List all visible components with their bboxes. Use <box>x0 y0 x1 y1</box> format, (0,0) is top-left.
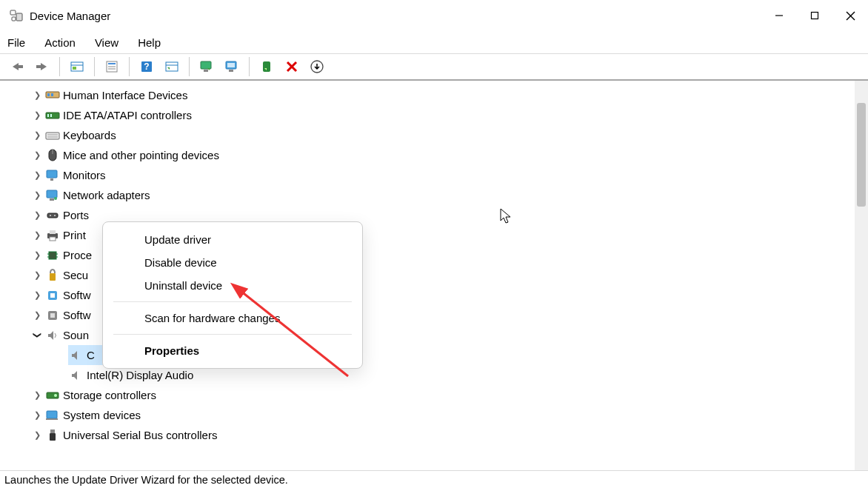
chevron-right-icon[interactable]: ❯ <box>30 85 44 105</box>
chevron-right-icon[interactable]: ❯ <box>30 105 44 125</box>
svg-rect-41 <box>50 178 53 181</box>
context-menu: Update driver Disable device Uninstall d… <box>102 221 363 369</box>
chevron-right-icon[interactable]: ❯ <box>30 305 44 325</box>
ctx-divider <box>113 334 352 335</box>
tree-label: Ports <box>63 205 89 225</box>
svg-rect-20 <box>201 61 211 69</box>
chevron-right-icon[interactable]: ❯ <box>30 225 44 245</box>
chevron-right-icon[interactable]: ❯ <box>30 205 44 225</box>
chevron-down-icon[interactable]: ❯ <box>27 328 47 343</box>
forward-button[interactable] <box>31 57 53 76</box>
scrollbar-thumb[interactable] <box>857 103 866 207</box>
maximize-button[interactable] <box>797 0 832 31</box>
close-button[interactable] <box>832 0 868 31</box>
svg-rect-11 <box>73 67 76 70</box>
status-bar: Launches the Update Driver Wizard for th… <box>0 470 868 488</box>
vertical-scrollbar[interactable] <box>855 81 868 470</box>
chevron-right-icon[interactable]: ❯ <box>30 425 44 445</box>
menu-view[interactable]: View <box>95 36 118 49</box>
chevron-right-icon[interactable]: ❯ <box>30 245 44 265</box>
menu-help[interactable]: Help <box>138 36 161 49</box>
chevron-right-icon[interactable]: ❯ <box>30 285 44 305</box>
svg-rect-66 <box>50 433 56 441</box>
storage-icon <box>44 390 61 401</box>
software-icon <box>44 290 61 301</box>
svg-point-46 <box>50 215 51 216</box>
tree-node-ide[interactable]: ❯ IDE ATA/ATAPI controllers <box>30 105 855 125</box>
tree-node-mice[interactable]: ❯ Mice and other pointing devices <box>30 145 855 165</box>
svg-rect-35 <box>46 133 59 139</box>
tree-node-hid[interactable]: ❯ Human Interface Devices <box>30 85 855 105</box>
menu-bar: File Action View Help <box>0 31 868 53</box>
tree-node-network[interactable]: ❯ Network adapters <box>30 185 855 205</box>
tree-label: Keyboards <box>63 125 116 145</box>
uninstall-device-button[interactable] <box>281 57 303 76</box>
tree-label: Print <box>63 225 86 245</box>
cpu-icon <box>44 250 61 261</box>
tree-label: C <box>87 345 95 365</box>
chevron-right-icon[interactable]: ❯ <box>30 265 44 285</box>
ctx-properties[interactable]: Properties <box>103 339 362 362</box>
tree-node-storage[interactable]: ❯ Storage controllers <box>30 385 855 405</box>
svg-rect-2 <box>12 17 16 21</box>
ctx-divider <box>113 301 352 302</box>
tree-label: Softw <box>63 285 91 305</box>
status-text: Launches the Update Driver Wizard for th… <box>4 474 288 486</box>
tree-label: Network adapters <box>63 185 150 205</box>
svg-rect-65 <box>50 429 55 433</box>
tree-node-keyboards[interactable]: ❯ Keyboards <box>30 125 855 145</box>
ide-icon <box>44 110 61 121</box>
menu-file[interactable]: File <box>7 36 25 49</box>
chevron-right-icon[interactable]: ❯ <box>30 165 44 185</box>
svg-rect-64 <box>46 418 58 420</box>
tree-label: Storage controllers <box>63 385 156 405</box>
printer-icon <box>44 230 61 241</box>
svg-rect-13 <box>108 63 116 64</box>
svg-rect-43 <box>50 198 54 201</box>
svg-point-44 <box>54 197 57 200</box>
chevron-right-icon[interactable]: ❯ <box>30 405 44 425</box>
system-icon <box>44 410 61 421</box>
chevron-right-icon[interactable]: ❯ <box>30 385 44 405</box>
hid-icon <box>44 90 61 101</box>
toolbar-divider <box>59 57 60 76</box>
svg-rect-45 <box>47 213 58 218</box>
usb-icon <box>44 429 61 442</box>
ctx-update-driver[interactable]: Update driver <box>103 228 362 251</box>
chevron-right-icon[interactable]: ❯ <box>30 185 44 205</box>
security-icon <box>44 269 61 282</box>
svg-rect-63 <box>47 411 57 418</box>
chevron-right-icon[interactable]: ❯ <box>30 145 44 165</box>
ctx-scan-hardware[interactable]: Scan for hardware changes <box>103 307 362 330</box>
more-actions-button[interactable] <box>306 57 328 76</box>
window-title: Device Manager <box>30 10 110 22</box>
update-driver-button[interactable] <box>221 57 243 76</box>
scan-hardware-button[interactable] <box>196 57 218 76</box>
action-button[interactable] <box>161 57 183 76</box>
svg-text:?: ? <box>144 61 149 72</box>
help-button[interactable]: ? <box>136 57 158 76</box>
tree-label: Secu <box>63 265 88 285</box>
back-button[interactable] <box>6 57 28 76</box>
ctx-uninstall-device[interactable]: Uninstall device <box>103 274 362 297</box>
chevron-right-icon[interactable]: ❯ <box>30 125 44 145</box>
network-icon <box>44 190 61 201</box>
tree-node-monitors[interactable]: ❯ Monitors <box>30 165 855 185</box>
properties-button[interactable] <box>101 57 123 76</box>
tree-label: Monitors <box>63 165 106 185</box>
svg-rect-40 <box>47 170 57 178</box>
show-hidden-button[interactable] <box>66 57 88 76</box>
enable-device-button[interactable] <box>256 57 278 76</box>
keyboard-icon <box>44 130 61 141</box>
minimize-button[interactable] <box>761 0 797 31</box>
svg-rect-58 <box>50 293 55 298</box>
mouse-icon <box>44 149 61 162</box>
tree-node-usb[interactable]: ❯ Universal Serial Bus controllers <box>30 425 855 445</box>
svg-rect-34 <box>50 114 52 117</box>
menu-action[interactable]: Action <box>44 36 76 49</box>
tree-node-system[interactable]: ❯ System devices <box>30 405 855 425</box>
svg-rect-8 <box>36 65 42 68</box>
ctx-disable-device[interactable]: Disable device <box>103 251 362 274</box>
toolbar-divider <box>129 57 130 76</box>
port-icon <box>44 210 61 221</box>
